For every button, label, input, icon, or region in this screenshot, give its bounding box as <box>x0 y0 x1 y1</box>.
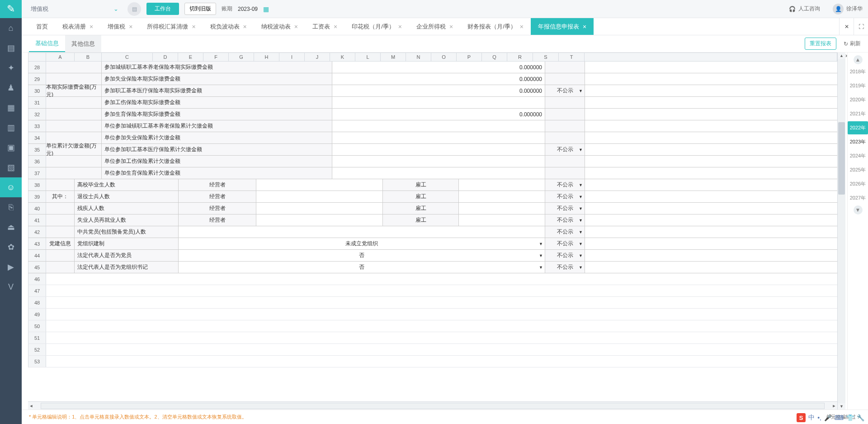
subtab-basic[interactable]: 基础信息 <box>29 35 65 52</box>
row-header-44[interactable]: 44 <box>28 250 46 261</box>
column-header-I[interactable]: I <box>279 53 305 61</box>
column-header-O[interactable]: O <box>431 53 457 61</box>
row-header-48[interactable]: 48 <box>28 297 46 308</box>
year-2020年[interactable]: 2020年 <box>848 93 868 106</box>
column-header-Q[interactable]: Q <box>482 53 507 61</box>
select-all-corner[interactable] <box>28 53 46 61</box>
cell-value[interactable] <box>256 191 383 202</box>
subtab-other[interactable]: 其他信息 <box>65 35 101 52</box>
row-header-47[interactable]: 47 <box>28 285 46 296</box>
column-header-E[interactable]: E <box>178 53 203 61</box>
cell-value[interactable] <box>332 97 545 108</box>
vertical-scrollbar[interactable]: ▲ ▼ <box>837 52 845 410</box>
nav-calendar-icon[interactable]: ▧ <box>0 157 22 177</box>
disclose-select[interactable]: 不公示▼ <box>545 203 585 214</box>
close-icon[interactable]: × <box>129 23 132 30</box>
row-header-50[interactable]: 50 <box>28 320 46 332</box>
cell-value[interactable] <box>459 179 545 191</box>
row-header-45[interactable]: 45 <box>28 262 46 273</box>
year-2025年[interactable]: 2025年 <box>848 163 868 176</box>
close-icon[interactable]: × <box>520 23 524 30</box>
row-header-30[interactable]: 30 <box>28 85 46 96</box>
cell-value[interactable] <box>256 203 383 214</box>
cell-select[interactable]: 否▼ <box>179 262 545 273</box>
period-value[interactable]: 2023-09 <box>238 6 258 12</box>
row-header-31[interactable]: 31 <box>28 97 46 108</box>
row-header-53[interactable]: 53 <box>28 356 46 367</box>
year-2024年[interactable]: 2024年 <box>848 149 868 162</box>
disclose-select[interactable]: 不公示▼ <box>545 250 585 261</box>
horizontal-scrollbar[interactable]: ◄ ► <box>28 401 837 410</box>
row-header-37[interactable]: 37 <box>28 167 46 179</box>
column-header-H[interactable]: H <box>254 53 279 61</box>
row-header-32[interactable]: 32 <box>28 109 46 120</box>
switch-old-button[interactable]: 切到旧版 <box>184 3 216 15</box>
ime-punct-icon[interactable]: •, <box>817 414 821 421</box>
empty-cell[interactable] <box>46 285 837 296</box>
cell-value[interactable] <box>332 132 545 143</box>
close-icon[interactable]: × <box>294 23 298 30</box>
tab-所得税汇算清缴[interactable]: 所得税汇算清缴× <box>140 18 203 35</box>
disclose-select[interactable]: 不公示▼ <box>545 238 585 249</box>
nav-active-icon[interactable]: ☺ <box>0 177 22 197</box>
nav-tray-icon[interactable]: ⏏ <box>0 217 22 237</box>
column-header-A[interactable]: A <box>46 53 75 61</box>
column-header-G[interactable]: G <box>229 53 254 61</box>
row-header-33[interactable]: 33 <box>28 120 46 132</box>
cell-value[interactable] <box>332 156 545 167</box>
row-header-35[interactable]: 35 <box>28 144 46 155</box>
empty-cell[interactable] <box>46 356 837 367</box>
cell-value[interactable] <box>256 214 383 226</box>
year-2021年[interactable]: 2021年 <box>848 107 868 120</box>
user-menu[interactable]: 👤 徐泽华 <box>833 4 863 14</box>
column-header-S[interactable]: S <box>533 53 559 61</box>
year-2026年[interactable]: 2026年 <box>848 177 868 191</box>
nav-list-icon[interactable]: ▥ <box>0 118 22 138</box>
column-header-R[interactable]: R <box>507 53 533 61</box>
cell-value[interactable] <box>332 167 545 179</box>
cell-select[interactable]: 否▼ <box>179 250 545 261</box>
year-down-icon[interactable]: ▼ <box>854 205 863 214</box>
nav-gear-icon[interactable]: ✿ <box>0 237 22 257</box>
row-header-39[interactable]: 39 <box>28 191 46 202</box>
nav-v-icon[interactable]: V <box>0 277 22 297</box>
ime-mic-icon[interactable]: 🎤 <box>824 414 832 421</box>
year-2023年[interactable]: 2023年 <box>848 135 868 148</box>
disclose-select[interactable]: 不公示▼ <box>545 262 585 273</box>
empty-cell[interactable] <box>46 344 837 355</box>
workbench-button[interactable]: 工作台 <box>146 3 179 15</box>
nav-screen-icon[interactable]: ▣ <box>0 138 22 157</box>
column-header-F[interactable]: F <box>203 53 229 61</box>
nav-bag-icon[interactable]: ♟ <box>0 78 22 98</box>
nav-play-icon[interactable]: ▶ <box>0 257 22 277</box>
cell-select[interactable]: 未成立党组织▼ <box>179 238 545 249</box>
column-header-K[interactable]: K <box>330 53 355 61</box>
nav-chart-icon[interactable]: ✦ <box>0 58 22 78</box>
disclose-select[interactable]: 不公示▼ <box>545 85 585 96</box>
tab-财务报表（月/季）[interactable]: 财务报表（月/季）× <box>460 18 531 35</box>
tab-close-all[interactable]: ✕ <box>839 18 854 35</box>
refresh-button[interactable]: ↻ 刷新 <box>844 40 861 48</box>
cell-value[interactable] <box>332 144 545 155</box>
row-header-46[interactable]: 46 <box>28 273 46 285</box>
empty-cell[interactable] <box>46 297 837 308</box>
tab-税表清册[interactable]: 税表清册× <box>55 18 100 35</box>
nav-clipboard-icon[interactable]: ▦ <box>0 98 22 118</box>
empty-cell[interactable] <box>46 273 837 285</box>
close-icon[interactable]: × <box>583 23 586 30</box>
cell-value[interactable] <box>459 214 545 226</box>
cell-value[interactable] <box>459 203 545 214</box>
tab-纳税波动表[interactable]: 纳税波动表× <box>254 18 305 35</box>
close-icon[interactable]: × <box>243 23 247 30</box>
calendar-icon[interactable]: ▦ <box>263 5 269 13</box>
column-header-J[interactable]: J <box>305 53 330 61</box>
tab-增值税[interactable]: 增值税× <box>100 18 140 35</box>
year-2027年[interactable]: 2027年 <box>848 191 868 205</box>
close-icon[interactable]: × <box>334 23 337 30</box>
nav-home-icon[interactable]: ⌂ <box>0 18 22 38</box>
tab-工资表[interactable]: 工资表× <box>305 18 344 35</box>
year-up-icon[interactable]: ▲ <box>854 55 863 64</box>
tab-企业所得税[interactable]: 企业所得税× <box>409 18 460 35</box>
cell-value[interactable]: 0.000000 <box>332 62 545 73</box>
close-icon[interactable]: × <box>449 23 453 30</box>
